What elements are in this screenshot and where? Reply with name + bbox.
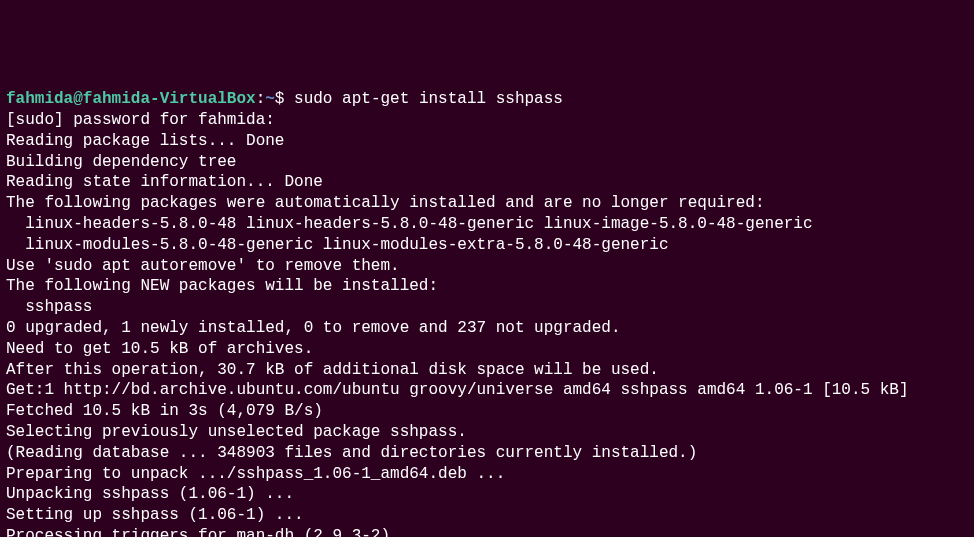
prompt-path: ~ [265, 90, 275, 108]
output-line: sshpass [6, 297, 968, 318]
prompt-user-host: fahmida@fahmida-VirtualBox [6, 90, 256, 108]
output-line: Get:1 http://bd.archive.ubuntu.com/ubunt… [6, 380, 968, 401]
output-line: Use 'sudo apt autoremove' to remove them… [6, 256, 968, 277]
output-line: (Reading database ... 348903 files and d… [6, 443, 968, 464]
output-line: Processing triggers for man-db (2.9.3-2)… [6, 526, 968, 537]
output-line: Selecting previously unselected package … [6, 422, 968, 443]
output-line: Reading state information... Done [6, 172, 968, 193]
command-line-1: fahmida@fahmida-VirtualBox:~$ sudo apt-g… [6, 89, 968, 110]
prompt-dollar: $ [275, 90, 294, 108]
output-line: [sudo] password for fahmida: [6, 110, 968, 131]
output-line: Reading package lists... Done [6, 131, 968, 152]
output-line: Unpacking sshpass (1.06-1) ... [6, 484, 968, 505]
command-text: sudo apt-get install sshpass [294, 90, 563, 108]
output-line: linux-modules-5.8.0-48-generic linux-mod… [6, 235, 968, 256]
output-line: Setting up sshpass (1.06-1) ... [6, 505, 968, 526]
output-line: Fetched 10.5 kB in 3s (4,079 B/s) [6, 401, 968, 422]
output-line: linux-headers-5.8.0-48 linux-headers-5.8… [6, 214, 968, 235]
output-line: Building dependency tree [6, 152, 968, 173]
output-line: Preparing to unpack .../sshpass_1.06-1_a… [6, 464, 968, 485]
output-line: 0 upgraded, 1 newly installed, 0 to remo… [6, 318, 968, 339]
output-line: The following NEW packages will be insta… [6, 276, 968, 297]
terminal-window[interactable]: fahmida@fahmida-VirtualBox:~$ sudo apt-g… [6, 89, 968, 537]
output-line: Need to get 10.5 kB of archives. [6, 339, 968, 360]
output-line: After this operation, 30.7 kB of additio… [6, 360, 968, 381]
output-line: The following packages were automaticall… [6, 193, 968, 214]
prompt-colon: : [256, 90, 266, 108]
